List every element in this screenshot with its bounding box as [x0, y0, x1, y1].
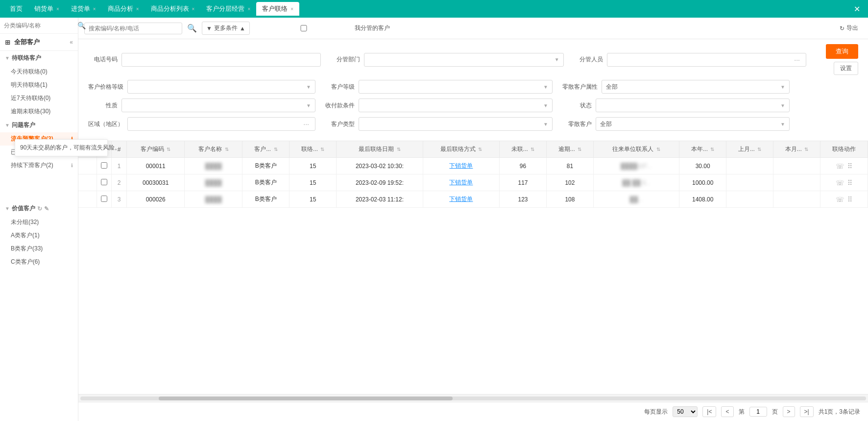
sidebar-item-ungroup[interactable]: 未分组(32): [0, 216, 78, 229]
sidebar-item-declining[interactable]: 持续下滑客户(2) ℹ: [0, 159, 78, 172]
filter-region: 区域（地区） ···: [88, 117, 315, 131]
first-page-button[interactable]: |<: [702, 406, 716, 417]
tab-customer-contact-close[interactable]: ×: [290, 6, 293, 12]
tab-analysis-close[interactable]: ×: [136, 6, 139, 12]
col-this-year[interactable]: 本年... ⇅: [679, 141, 726, 158]
customer-level-label: 客户等级: [325, 83, 355, 91]
col-overdue[interactable]: 逾期... ⇅: [546, 141, 593, 158]
tab-analysis-list[interactable]: 商品分析列表 ×: [145, 2, 201, 16]
col-last-contact-date[interactable]: 最后联络日期 ⇅: [337, 141, 423, 158]
row3-contact-icon[interactable]: ☏: [836, 196, 844, 203]
sidebar-item-tomorrow[interactable]: 明天待联络(1): [0, 78, 78, 92]
my-customers-checkbox[interactable]: [255, 25, 353, 31]
sidebar-search-input[interactable]: [4, 22, 77, 29]
window-close-button[interactable]: ✕: [850, 2, 864, 16]
query-button[interactable]: 查询: [826, 44, 858, 59]
row3-actions: ☏ ⠿: [820, 191, 868, 208]
per-page-label: 每页显示: [644, 408, 668, 416]
row2-last-contact-method[interactable]: 下销货单: [423, 174, 499, 191]
collapse-icon[interactable]: «: [70, 39, 73, 46]
sidebar-item-a-class[interactable]: A类客户(1): [0, 229, 78, 242]
col-last-month[interactable]: 上月... ⇅: [726, 141, 773, 158]
col-code[interactable]: 客户编码 ⇅: [127, 141, 185, 158]
sidebar-section-value[interactable]: ▼ 价值客户 ↻ ✎: [0, 201, 78, 216]
person-select[interactable]: ···: [607, 53, 806, 67]
tab-customer-contact[interactable]: 客户联络 ×: [256, 2, 299, 16]
row3-num: 3: [111, 191, 126, 208]
col-unit-contact[interactable]: 往来单位联系人 ⇅: [593, 141, 679, 158]
customer-level-select[interactable]: ▼: [359, 80, 553, 94]
row1-select-checkbox[interactable]: [101, 162, 107, 169]
export-button[interactable]: ↻ 导出: [836, 22, 862, 34]
search-btn-icon[interactable]: 🔍: [187, 24, 197, 33]
section-value-label: 价值客户: [12, 204, 35, 213]
col-name[interactable]: 客户名称 ⇅: [185, 141, 242, 158]
sidebar-section-problem[interactable]: ▼ 问题客户: [0, 118, 78, 132]
tab-purchase[interactable]: 进货单 ×: [65, 2, 102, 16]
prev-page-button[interactable]: <: [721, 406, 733, 417]
tab-customer-segment-close[interactable]: ×: [247, 6, 250, 12]
tab-purchase-close[interactable]: ×: [93, 6, 96, 12]
row3-last-contact-method[interactable]: 下销货单: [423, 191, 499, 208]
row1-more-icon[interactable]: ⠿: [847, 162, 852, 170]
col-this-month[interactable]: 本月... ⇅: [773, 141, 820, 158]
row1-last-contact-method[interactable]: 下销货单: [423, 158, 499, 174]
tab-customer-segment-label: 客户分层经营: [206, 4, 244, 13]
payment-select[interactable]: ▼: [359, 99, 553, 112]
customer-type-select[interactable]: ▼: [359, 117, 553, 131]
settings-button[interactable]: 设置: [834, 62, 858, 75]
row3-select-checkbox[interactable]: [101, 196, 107, 202]
zero-attr-select[interactable]: 全部 ▼: [602, 80, 790, 94]
tab-sales[interactable]: 销货单 ×: [28, 2, 65, 16]
person-ellipsis[interactable]: ···: [792, 56, 802, 64]
dept-select[interactable]: ▼: [364, 53, 563, 67]
sidebar-item-today[interactable]: 今天待联络(0): [0, 65, 78, 78]
sidebar-item-b-class[interactable]: B类客户(33): [0, 242, 78, 255]
sidebar-item-c-class-label: C类客户(6): [11, 258, 40, 266]
search-input[interactable]: [84, 23, 182, 34]
sidebar-all-customers[interactable]: ⊞ 全部客户 «: [0, 34, 78, 51]
tab-analysis[interactable]: 商品分析 ×: [102, 2, 145, 16]
region-ellipsis[interactable]: ···: [301, 120, 311, 128]
page-number-input[interactable]: [749, 407, 767, 417]
region-select[interactable]: ···: [127, 117, 315, 131]
tab-analysis-list-close[interactable]: ×: [192, 6, 195, 12]
scrollbar-track[interactable]: [80, 396, 866, 400]
next-page-button[interactable]: >: [783, 406, 795, 417]
col-contact[interactable]: 联络... ⇅: [289, 141, 337, 158]
sidebar-item-c-class[interactable]: C类客户(6): [0, 255, 78, 269]
more-conditions-button[interactable]: ▼ 更多条件 ▲: [202, 22, 250, 35]
row3-overdue: 108: [546, 191, 593, 208]
declining-info-icon[interactable]: ℹ: [71, 163, 73, 168]
col-type[interactable]: 客户... ⇅: [242, 141, 289, 158]
row1-contact-icon[interactable]: ☏: [836, 162, 844, 170]
zero-customer-label: 零散客户: [562, 120, 592, 128]
row2-select-checkbox[interactable]: [101, 179, 107, 185]
sidebar-item-7days[interactable]: 近7天待联络(0): [0, 92, 78, 105]
col-last-contact-method[interactable]: 最后联络方式 ⇅: [423, 141, 499, 158]
sidebar-item-overdue[interactable]: 逾期未联络(30): [0, 105, 78, 118]
status-select[interactable]: ▼: [596, 99, 790, 112]
tab-customer-segment[interactable]: 客户分层经营 ×: [200, 2, 256, 16]
row2-contact-icon[interactable]: ☏: [836, 179, 844, 187]
zero-customer-select[interactable]: 全部 ▼: [596, 117, 790, 131]
per-page-select[interactable]: 50 100 200: [673, 406, 698, 417]
customer-price-select[interactable]: ▼: [127, 80, 315, 94]
sidebar-section-pending[interactable]: ▼ 待联络客户: [0, 51, 78, 65]
value-section-refresh[interactable]: ↻: [37, 205, 42, 212]
sidebar-item-today-label: 今天待联络(0): [11, 68, 48, 76]
col-not-contacted[interactable]: 未联... ⇅: [500, 141, 547, 158]
phone-input[interactable]: [121, 53, 321, 67]
tab-home[interactable]: 首页: [4, 2, 28, 16]
section-problem-label: 问题客户: [12, 121, 35, 129]
row2-more-icon[interactable]: ⠿: [847, 179, 852, 187]
value-section-edit[interactable]: ✎: [44, 205, 49, 212]
scrollbar-thumb[interactable]: [159, 396, 453, 400]
row3-more-icon[interactable]: ⠿: [847, 196, 852, 203]
my-customers-checkbox-label[interactable]: 我分管的客户: [255, 24, 390, 32]
last-page-button[interactable]: >|: [800, 406, 814, 417]
tab-sales-close[interactable]: ×: [56, 6, 59, 12]
horizontal-scrollbar[interactable]: [78, 394, 868, 402]
data-table-wrapper: ⚙ # 客户编码 ⇅ 客户名称 ⇅: [78, 141, 868, 394]
nature-select[interactable]: ▼: [121, 99, 315, 112]
